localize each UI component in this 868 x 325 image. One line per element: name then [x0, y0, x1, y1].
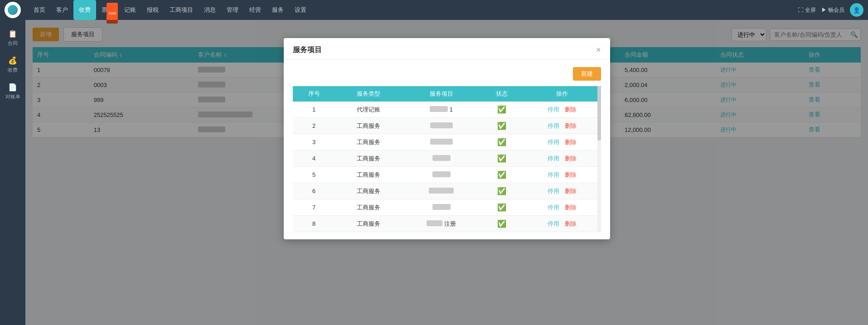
- modal-cell-type: 工商服务: [335, 167, 402, 183]
- modal-cell-item: [402, 150, 480, 167]
- delete-button[interactable]: 删除: [565, 122, 577, 129]
- nav-customer[interactable]: 客户: [51, 0, 73, 20]
- list-item: 5 工商服务 ✅ 停用 删除: [293, 167, 601, 183]
- delete-button[interactable]: 删除: [565, 155, 577, 162]
- nav-tax[interactable]: 报税: [141, 0, 164, 20]
- list-item: 4 工商服务 ✅ 停用 删除: [293, 150, 601, 167]
- list-item: 1 代理记账 1 ✅ 停用 删除: [293, 102, 601, 118]
- nav-business[interactable]: 工商项目: [164, 0, 199, 20]
- modal-cell-seq: 6: [293, 183, 335, 199]
- modal-cell-item: 1: [402, 102, 480, 118]
- stop-button[interactable]: 停用: [548, 188, 559, 194]
- list-item: 3 工商服务 ✅ 停用 删除: [293, 134, 601, 150]
- modal-col-type: 服务类型: [335, 86, 402, 102]
- stop-button[interactable]: 停用: [548, 122, 559, 129]
- modal-cell-type: 工商服务: [335, 150, 402, 167]
- scrollbar-track[interactable]: [597, 86, 601, 232]
- modal-close-button[interactable]: ×: [596, 45, 601, 55]
- stop-button[interactable]: 停用: [548, 155, 559, 162]
- logo-inner: [8, 5, 18, 15]
- nav-operation[interactable]: 经营: [244, 0, 267, 20]
- modal-cell-seq: 2: [293, 118, 335, 134]
- nav-bookkeeping[interactable]: 记账: [119, 0, 141, 20]
- stop-button[interactable]: 停用: [548, 220, 559, 227]
- delete-button[interactable]: 删除: [565, 106, 577, 113]
- stop-button[interactable]: 停用: [548, 139, 559, 146]
- vip-btn[interactable]: ▶ 畅会员: [821, 6, 844, 14]
- service-items-table: 序号 服务类型 服务项目 状态 操作 1 代理记账 1 ✅ 停用 删除 2 工商…: [293, 86, 601, 232]
- status-check-icon: ✅: [497, 171, 506, 179]
- modal-col-seq: 序号: [293, 86, 335, 102]
- modal-new-button[interactable]: 新建: [573, 67, 601, 81]
- sidebar-label-fee: 收费: [8, 67, 18, 73]
- modal-cell-seq: 7: [293, 199, 335, 216]
- modal-cell-action[interactable]: 停用 删除: [523, 183, 601, 199]
- stop-button[interactable]: 停用: [548, 204, 559, 211]
- modal-cell-type: 工商服务: [335, 216, 402, 232]
- modal-cell-action[interactable]: 停用 删除: [523, 134, 601, 150]
- nav-fee[interactable]: 收费: [73, 0, 96, 20]
- fullscreen-btn[interactable]: ⛶ 全屏: [798, 6, 815, 14]
- modal-cell-item: [402, 134, 480, 150]
- modal-cell-type: 工商服务: [335, 134, 402, 150]
- modal-cell-item: [402, 167, 480, 183]
- app-logo[interactable]: [5, 2, 21, 18]
- status-check-icon: ✅: [497, 155, 506, 162]
- modal-cell-type: 工商服务: [335, 199, 402, 216]
- stop-button[interactable]: 停用: [548, 106, 559, 113]
- modal-cell-type: 代理记账: [335, 102, 402, 118]
- modal-cell-seq: 4: [293, 150, 335, 167]
- sidebar-item-contract[interactable]: 📋 合同: [0, 24, 25, 51]
- delete-button[interactable]: 删除: [565, 220, 577, 227]
- modal-cell-status: ✅: [480, 102, 523, 118]
- modal-cell-status: ✅: [480, 183, 523, 199]
- nav-service[interactable]: 服务: [267, 0, 289, 20]
- modal-table-wrap: 序号 服务类型 服务项目 状态 操作 1 代理记账 1 ✅ 停用 删除 2 工商…: [293, 86, 601, 232]
- nav-settings[interactable]: 设置: [289, 0, 312, 20]
- stop-button[interactable]: 停用: [548, 171, 559, 178]
- delete-button[interactable]: 删除: [565, 204, 577, 211]
- sidebar-item-reconciliation[interactable]: 📄 对账单: [0, 78, 25, 105]
- list-item: 2 工商服务 ✅ 停用 删除: [293, 118, 601, 134]
- modal-cell-action[interactable]: 停用 删除: [523, 216, 601, 232]
- modal-cell-type: 工商服务: [335, 118, 402, 134]
- modal-cell-action[interactable]: 停用 删除: [523, 102, 601, 118]
- modal-cell-status: ✅: [480, 150, 523, 167]
- modal-cell-item: [402, 199, 480, 216]
- fee-icon: 💰: [8, 56, 17, 65]
- delete-button[interactable]: 删除: [565, 188, 577, 194]
- list-item: 6 工商服务 ✅ 停用 删除: [293, 183, 601, 199]
- modal-cell-action[interactable]: 停用 删除: [523, 167, 601, 183]
- contract-icon: 📋: [8, 29, 17, 38]
- modal-cell-status: ✅: [480, 199, 523, 216]
- modal-cell-type: 工商服务: [335, 183, 402, 199]
- list-item: 8 工商服务 注册 ✅ 停用 删除: [293, 216, 601, 232]
- user-avatar[interactable]: 👤: [850, 3, 863, 17]
- sidebar-label-contract: 合同: [8, 40, 18, 47]
- modal-cell-status: ✅: [480, 118, 523, 134]
- modal-overlay[interactable]: 服务项目 × 新建 序号 服务类型 服务项目 状态 操作: [25, 20, 868, 325]
- modal-cell-seq: 5: [293, 167, 335, 183]
- nav-message[interactable]: 消息: [199, 0, 221, 20]
- delete-button[interactable]: 删除: [565, 171, 577, 178]
- modal-cell-status: ✅: [480, 167, 523, 183]
- delete-button[interactable]: 删除: [565, 139, 577, 146]
- modal-cell-action[interactable]: 停用 删除: [523, 150, 601, 167]
- nav-right: ⛶ 全屏 ▶ 畅会员 👤: [798, 3, 863, 17]
- nav-home[interactable]: 首页: [28, 0, 51, 20]
- modal-cell-status: ✅: [480, 216, 523, 232]
- modal-toolbar: 新建: [293, 67, 601, 81]
- modal-col-action: 操作: [523, 86, 601, 102]
- service-modal: 服务项目 × 新建 序号 服务类型 服务项目 状态 操作: [284, 38, 610, 239]
- modal-cell-action[interactable]: 停用 删除: [523, 118, 601, 134]
- status-check-icon: ✅: [497, 138, 506, 146]
- nav-manage[interactable]: 管理: [221, 0, 244, 20]
- modal-cell-action[interactable]: 停用 删除: [523, 199, 601, 216]
- modal-cell-item: [402, 118, 480, 134]
- status-check-icon: ✅: [497, 106, 506, 113]
- status-check-icon: ✅: [497, 122, 506, 130]
- status-check-icon: ✅: [497, 187, 506, 195]
- scrollbar-thumb[interactable]: [597, 86, 601, 141]
- nav-invoice[interactable]: 票据 new: [96, 0, 119, 20]
- sidebar-item-fee[interactable]: 💰 收费: [0, 51, 25, 78]
